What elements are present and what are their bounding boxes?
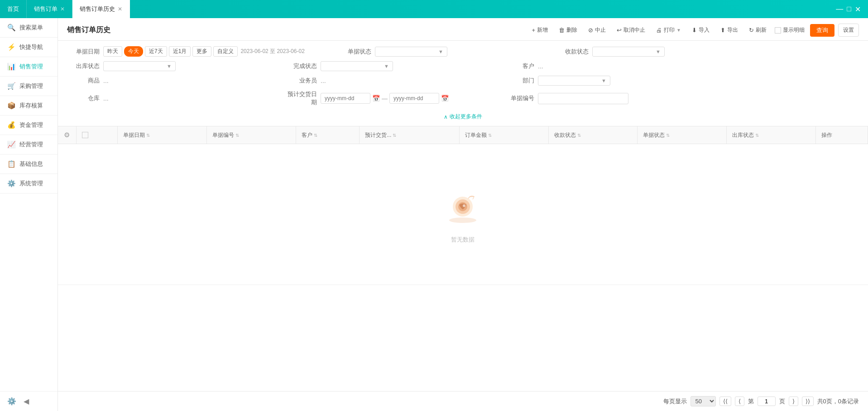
quick-nav-icon: ⚡	[7, 43, 16, 51]
tab-bar: 首页 销售订单 ✕ 销售订单历史 ✕	[0, 0, 829, 18]
bill-no-input[interactable]	[538, 93, 628, 104]
export-button[interactable]: ⬆ 导出	[716, 24, 743, 36]
date-btn-1month[interactable]: 近1月	[169, 46, 191, 57]
pagination: 每页显示 50 20 100 ⟨⟨ ⟨ 第 页 ⟩ ⟩⟩ 共0页，0条记录	[58, 391, 868, 411]
table-header-row: ⚙ 单据日期 ⇅ 单据编号	[58, 126, 868, 144]
th-payment-status[interactable]: 收款状态 ⇅	[548, 126, 638, 144]
date-btn-7days[interactable]: 近7天	[145, 46, 167, 57]
date-btn-yesterday[interactable]: 昨天	[103, 46, 122, 57]
sidebar-collapse-icon[interactable]: ◀	[24, 397, 29, 406]
settings-button[interactable]: 设置	[838, 24, 859, 37]
page-size-label: 每页显示	[663, 397, 687, 406]
department-label: 部门	[502, 77, 538, 85]
new-button[interactable]: + 新增	[528, 24, 553, 36]
import-button[interactable]: ⬇ 导入	[687, 24, 714, 36]
sidebar-item-search-menu[interactable]: 🔍 搜索菜单	[0, 18, 58, 38]
empty-state-cell: 暂无数据	[58, 144, 868, 285]
customer-label: 客户	[502, 62, 538, 70]
empty-state-row: 暂无数据	[58, 144, 868, 285]
maximize-btn[interactable]: □	[847, 5, 851, 13]
sidebar-item-sys-mgmt[interactable]: ⚙️ 系统管理	[0, 174, 58, 193]
tab-sales-order-close[interactable]: ✕	[60, 6, 65, 12]
warehouse-ellipsis-btn[interactable]: ...	[103, 95, 109, 102]
delivery-date-from-calendar-icon[interactable]: 📅	[372, 95, 380, 102]
sidebar-item-basic-info[interactable]: 📋 基础信息	[0, 155, 58, 174]
close-btn[interactable]: ✕	[855, 5, 861, 14]
sidebar-item-purchase-mgmt[interactable]: 🛒 采购管理	[0, 77, 58, 96]
outbound-status-control: ▼	[103, 61, 275, 71]
first-page-btn[interactable]: ⟨⟨	[719, 396, 731, 406]
department-arrow-icon: ▼	[601, 78, 606, 83]
th-customer[interactable]: 客户 ⇅	[296, 126, 360, 144]
tab-sales-order-history-label: 销售订单历史	[80, 5, 115, 13]
select-all-checkbox[interactable]	[82, 132, 88, 138]
refresh-button[interactable]: ↻ 刷新	[744, 24, 771, 36]
sidebar-item-quick-nav[interactable]: ⚡ 快捷导航	[0, 38, 58, 57]
tab-sales-order[interactable]: 销售订单 ✕	[27, 0, 72, 18]
th-bill-status[interactable]: 单据状态 ⇅	[638, 126, 727, 144]
collapse-bar[interactable]: ∧ 收起更多条件	[67, 111, 859, 121]
stop-button[interactable]: ⊘ 中止	[584, 24, 610, 36]
sidebar-item-inventory-calc[interactable]: 📦 库存核算	[0, 96, 58, 116]
th-bill-no[interactable]: 单据编号 ⇅	[206, 126, 296, 144]
new-icon: +	[532, 27, 536, 34]
sidebar-bottom: ⚙️ ◀	[0, 391, 58, 411]
date-btn-more[interactable]: 更多	[192, 46, 211, 57]
window-controls: — □ ✕	[829, 5, 868, 14]
complete-status-select[interactable]: ▼	[321, 61, 393, 71]
tab-sales-order-history-close[interactable]: ✕	[118, 6, 122, 12]
date-quick-btns: 昨天 今天 近7天 近1月 更多 自定义	[103, 46, 238, 57]
outbound-status-select[interactable]: ▼	[103, 61, 176, 71]
cancel-stop-button[interactable]: ↩ 取消中止	[612, 24, 650, 36]
department-select[interactable]: ▼	[538, 76, 610, 86]
product-ellipsis-btn[interactable]: ...	[103, 77, 109, 84]
print-button[interactable]: 🖨 打印 ▼	[652, 24, 686, 36]
query-button[interactable]: 查询	[810, 24, 834, 37]
page-size-select[interactable]: 50 20 100	[691, 396, 716, 406]
sidebar-settings-icon[interactable]: ⚙️	[7, 397, 16, 406]
next-page-btn[interactable]: ⟩	[789, 396, 798, 406]
th-bill-status-label: 单据状态	[643, 131, 665, 139]
delete-button[interactable]: 🗑 删除	[554, 24, 582, 36]
delivery-date-to-input[interactable]	[389, 93, 439, 104]
delivery-date-to-calendar-icon[interactable]: 📅	[441, 95, 449, 102]
svg-point-4	[463, 204, 465, 207]
salesperson-ellipsis-btn[interactable]: ...	[321, 77, 326, 84]
collapse-arrow-icon: ∧	[444, 114, 448, 120]
sort-outbound-status-icon: ⇅	[755, 133, 759, 138]
date-btn-custom[interactable]: 自定义	[213, 46, 238, 57]
sidebar-item-ops-mgmt-label: 经营管理	[19, 140, 43, 149]
stop-label: 中止	[595, 26, 606, 34]
sort-amount-icon: ⇅	[488, 133, 492, 138]
data-table: ⚙ 单据日期 ⇅ 单据编号	[58, 126, 868, 285]
table-settings-icon[interactable]: ⚙	[64, 131, 70, 139]
date-btn-today[interactable]: 今天	[124, 46, 143, 57]
sidebar-item-fund-mgmt[interactable]: 💰 资金管理	[0, 116, 58, 135]
sys-mgmt-icon: ⚙️	[7, 179, 16, 188]
bill-status-control: ▼	[375, 47, 547, 57]
filter-row-1: 单据日期 昨天 今天 近7天 近1月 更多 自定义 2023-06-02 至 2…	[67, 46, 859, 57]
th-bill-no-label: 单据编号	[212, 131, 234, 139]
page-input[interactable]	[758, 396, 776, 406]
purchase-mgmt-icon: 🛒	[7, 82, 16, 90]
th-amount[interactable]: 订单金额 ⇅	[459, 126, 548, 144]
bill-status-select[interactable]: ▼	[375, 47, 447, 57]
prev-page-btn[interactable]: ⟨	[735, 396, 744, 406]
tab-sales-order-history[interactable]: 销售订单历史 ✕	[72, 0, 130, 18]
sidebar-item-sales-mgmt[interactable]: 📊 销售管理	[0, 57, 58, 77]
delivery-date-from-input[interactable]	[321, 93, 370, 104]
th-outbound-status[interactable]: 出库状态 ⇅	[727, 126, 816, 144]
show-detail-checkbox[interactable]	[775, 27, 781, 34]
sidebar-item-ops-mgmt[interactable]: 📈 经营管理	[0, 135, 58, 155]
customer-ellipsis-btn[interactable]: ...	[538, 63, 543, 70]
payment-status-select[interactable]: ▼	[592, 47, 665, 57]
tab-home[interactable]: 首页	[0, 0, 27, 18]
customer-control: ...	[538, 63, 710, 70]
th-date[interactable]: 单据日期 ⇅	[117, 126, 206, 144]
minimize-btn[interactable]: —	[836, 5, 843, 13]
tab-sales-order-label: 销售订单	[34, 5, 58, 13]
th-operation-label: 操作	[821, 132, 832, 138]
th-delivery-date[interactable]: 预计交货... ⇅	[360, 126, 459, 144]
new-label: 新增	[537, 26, 548, 34]
last-page-btn[interactable]: ⟩⟩	[802, 396, 814, 406]
